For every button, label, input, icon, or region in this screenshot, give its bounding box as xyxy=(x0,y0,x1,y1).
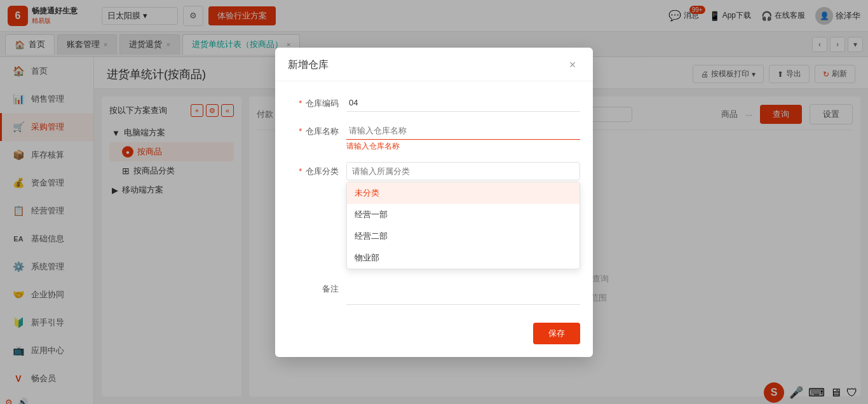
modal-footer: 保存 xyxy=(275,315,593,357)
name-row: * 仓库名称 请输入仓库名称 xyxy=(288,122,580,152)
remark-row: 备注 xyxy=(288,279,580,305)
save-button[interactable]: 保存 xyxy=(533,323,580,344)
code-label: * 仓库编码 xyxy=(288,94,339,109)
new-warehouse-modal: 新增仓库 × * 仓库编码 * 仓库名称 请输入仓库名称 xyxy=(275,48,593,357)
modal-close-btn[interactable]: × xyxy=(565,58,580,73)
category-dropdown: 未分类 经营一部 经营二部 物业部 xyxy=(346,182,580,269)
code-input[interactable] xyxy=(346,94,580,112)
remark-input[interactable] xyxy=(346,279,580,305)
dropdown-item-1[interactable]: 经营一部 xyxy=(347,204,580,226)
modal-body: * 仓库编码 * 仓库名称 请输入仓库名称 * xyxy=(275,81,593,305)
category-row: * 仓库分类 ∧ 未分类 经营一部 经营二部 物业部 xyxy=(288,162,580,269)
name-label: * 仓库名称 xyxy=(288,122,339,137)
dropdown-item-0[interactable]: 未分类 xyxy=(347,182,580,204)
modal-title: 新增仓库 xyxy=(288,58,329,72)
category-label: * 仓库分类 xyxy=(288,162,339,177)
modal-overlay: 新增仓库 × * 仓库编码 * 仓库名称 请输入仓库名称 xyxy=(0,0,868,404)
remark-label: 备注 xyxy=(288,279,339,295)
name-error-text: 请输入仓库名称 xyxy=(346,141,580,152)
dropdown-item-3[interactable]: 物业部 xyxy=(347,247,580,269)
category-input[interactable] xyxy=(346,162,580,180)
name-field-wrap: 请输入仓库名称 xyxy=(346,122,580,152)
dropdown-item-2[interactable]: 经营二部 xyxy=(347,226,580,247)
modal-header: 新增仓库 × xyxy=(275,48,593,81)
name-input[interactable] xyxy=(346,122,580,140)
category-select-wrap: ∧ 未分类 经营一部 经营二部 物业部 xyxy=(346,162,580,269)
code-row: * 仓库编码 xyxy=(288,94,580,112)
